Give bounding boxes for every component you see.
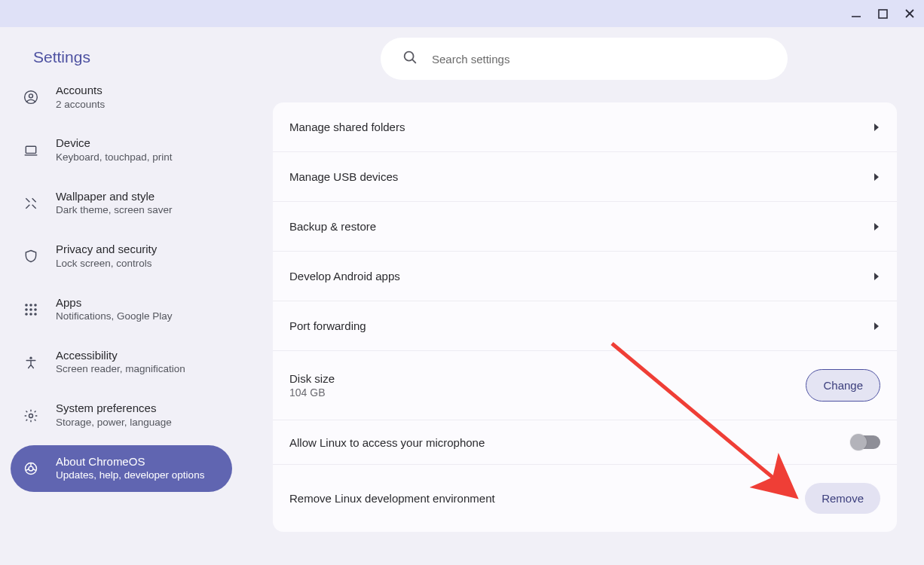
sidebar-item-apps[interactable]: Apps Notifications, Google Play (11, 286, 232, 333)
laptop-icon (23, 142, 39, 159)
sidebar-item-label: Accounts (56, 87, 105, 98)
svg-rect-8 (26, 146, 35, 153)
row-label: Manage shared folders (289, 121, 405, 133)
sidebar-item-accessibility[interactable]: Accessibility Screen reader, magnificati… (11, 339, 232, 386)
sidebar-item-sublabel: Lock screen, controls (56, 257, 157, 271)
gear-icon (23, 408, 39, 424)
sidebar-item-wallpaper[interactable]: Wallpaper and style Dark theme, screen s… (11, 180, 232, 227)
svg-point-7 (29, 94, 33, 98)
svg-point-17 (29, 313, 32, 316)
minimize-icon[interactable] (851, 8, 861, 19)
svg-point-10 (25, 304, 28, 307)
svg-rect-1 (879, 10, 887, 18)
chevron-right-icon (873, 123, 880, 132)
row-remove-linux: Remove Linux development environment Rem… (273, 465, 897, 532)
window-titlebar (0, 0, 924, 27)
change-button[interactable]: Change (806, 369, 880, 402)
sidebar-item-privacy[interactable]: Privacy and security Lock screen, contro… (11, 233, 232, 279)
svg-point-11 (29, 304, 32, 307)
search-icon (402, 49, 418, 69)
sidebar-item-label: System preferences (56, 401, 172, 416)
row-port-forwarding[interactable]: Port forwarding (273, 301, 897, 351)
sidebar-item-sublabel: 2 accounts (56, 98, 105, 112)
sidebar: Accounts 2 accounts Device Keyboard, tou… (0, 87, 243, 565)
row-label: Backup & restore (289, 220, 376, 233)
sidebar-item-label: Wallpaper and style (56, 189, 173, 204)
chevron-right-icon (873, 222, 880, 231)
page-title: Settings (33, 48, 90, 66)
svg-point-19 (29, 357, 32, 359)
row-label: Port forwarding (289, 319, 366, 332)
sidebar-item-system[interactable]: System preferences Storage, power, langu… (11, 392, 232, 438)
sidebar-item-sublabel: Dark theme, screen saver (56, 203, 173, 218)
shield-icon (23, 248, 39, 264)
account-icon (23, 89, 39, 105)
row-linux-mic: Allow Linux to access your microphone (273, 420, 897, 465)
settings-card: Manage shared folders Manage USB devices… (273, 102, 897, 532)
chrome-icon (23, 460, 39, 477)
row-disk-size: Disk size 104 GB Change (273, 351, 897, 420)
sidebar-item-sublabel: Keyboard, touchpad, print (56, 151, 173, 165)
row-backup-restore[interactable]: Backup & restore (273, 202, 897, 252)
sidebar-item-label: Apps (56, 295, 173, 310)
sidebar-item-label: Device (56, 136, 173, 151)
row-manage-usb[interactable]: Manage USB devices (273, 152, 897, 202)
svg-point-20 (29, 414, 33, 417)
remove-button[interactable]: Remove (805, 483, 880, 514)
sidebar-item-sublabel: Storage, power, language (56, 416, 172, 430)
row-label: Develop Android apps (289, 270, 400, 282)
accessibility-icon (23, 354, 39, 371)
mic-toggle[interactable] (852, 435, 880, 449)
sidebar-item-sublabel: Notifications, Google Play (56, 310, 173, 324)
chevron-right-icon (873, 173, 880, 182)
sidebar-item-label: Accessibility (56, 348, 185, 363)
main-panel: Manage shared folders Manage USB devices… (243, 87, 924, 565)
chevron-right-icon (873, 272, 880, 281)
row-develop-android[interactable]: Develop Android apps (273, 252, 897, 301)
disk-size-value: 104 GB (289, 386, 335, 399)
svg-point-14 (29, 308, 32, 311)
row-label: Manage USB devices (289, 170, 398, 183)
search-input[interactable] (432, 53, 766, 66)
row-manage-shared-folders[interactable]: Manage shared folders (273, 102, 897, 152)
app-header: Settings (0, 27, 924, 87)
row-label: Allow Linux to access your microphone (289, 436, 485, 449)
svg-point-15 (34, 308, 37, 311)
svg-point-22 (29, 466, 33, 471)
close-icon[interactable] (904, 8, 915, 19)
svg-point-13 (25, 308, 28, 311)
row-label: Remove Linux development environment (289, 492, 495, 505)
svg-point-18 (34, 313, 37, 316)
grid-icon (23, 301, 39, 318)
sidebar-item-device[interactable]: Device Keyboard, touchpad, print (11, 127, 232, 173)
svg-point-12 (34, 304, 37, 307)
sidebar-item-label: Privacy and security (56, 242, 157, 257)
row-label: Disk size (289, 372, 335, 385)
maximize-icon[interactable] (878, 9, 888, 19)
sidebar-item-sublabel: Screen reader, magnification (56, 362, 185, 377)
chevron-right-icon (873, 322, 880, 331)
sidebar-item-sublabel: Updates, help, developer options (56, 469, 204, 483)
sidebar-item-label: About ChromeOS (56, 454, 204, 469)
sidebar-item-about[interactable]: About ChromeOS Updates, help, developer … (11, 445, 232, 492)
search-box[interactable] (381, 38, 788, 80)
svg-line-5 (412, 60, 415, 63)
svg-point-16 (25, 313, 28, 316)
sidebar-item-accounts[interactable]: Accounts 2 accounts (11, 87, 232, 121)
brush-icon (23, 195, 39, 212)
